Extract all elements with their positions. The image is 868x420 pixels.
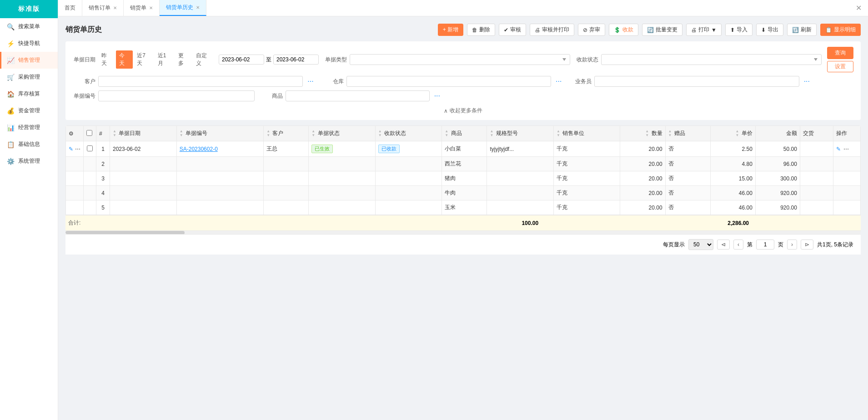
sidebar-item-search-menu[interactable]: 🔍 搜索菜单 <box>0 18 58 35</box>
col-spec[interactable]: ▲▼ 规格型号 <box>487 126 553 141</box>
row-action[interactable] <box>833 186 861 200</box>
tab-history[interactable]: 销货单历史 ✕ <box>160 0 206 16</box>
per-page-select[interactable]: 50 100 200 <box>688 239 713 250</box>
warehouse-dots[interactable]: ··· <box>554 77 563 85</box>
sidebar-item-basic-info[interactable]: 📋 基础信息 <box>0 136 58 153</box>
col-unit[interactable]: ▲▼ 销售单位 <box>553 126 620 141</box>
scrollbar-area[interactable] <box>65 230 861 234</box>
row-action[interactable] <box>833 171 861 186</box>
warehouse-input[interactable] <box>346 76 551 87</box>
date-tab-custom[interactable]: 自定义 <box>193 50 215 69</box>
refresh-button[interactable]: 🔃 刷新 <box>787 24 817 36</box>
sort-collectstatus-icon[interactable]: ▲▼ <box>378 130 382 137</box>
add-button[interactable]: + 新增 <box>438 24 463 36</box>
goods-input[interactable] <box>286 90 430 101</box>
close-sales-order-icon[interactable]: ✕ <box>113 5 117 10</box>
audit-button[interactable]: ✔ 审核 <box>499 24 526 36</box>
export-button[interactable]: ⬇ 导出 <box>756 24 783 36</box>
row-check[interactable] <box>84 157 96 171</box>
col-qty[interactable]: ▲▼ 数量 <box>620 126 665 141</box>
sidebar-item-sales-mgmt[interactable]: 📈 销售管理 <box>0 52 58 69</box>
date-tab-1month[interactable]: 近1月 <box>155 50 175 69</box>
row-check[interactable] <box>84 171 96 186</box>
abandon-button[interactable]: ⊘ 弃审 <box>578 24 605 36</box>
display-detail-button[interactable]: 📋 显示明细 <box>820 24 861 36</box>
sort-goods-icon[interactable]: ▲▼ <box>445 130 448 137</box>
date-tab-today[interactable]: 今天 <box>116 50 133 69</box>
batch-change-button[interactable]: 🔄 批量变更 <box>642 24 682 36</box>
row-docno-link[interactable]: SA-20230602-0 <box>180 146 218 152</box>
row-docno[interactable] <box>176 171 263 186</box>
salesman-input[interactable] <box>594 76 799 87</box>
row-docno[interactable] <box>176 157 263 171</box>
col-price[interactable]: ▲▼ 单价 <box>710 126 755 141</box>
query-button[interactable]: 查询 <box>827 47 853 59</box>
row-action-edit[interactable]: ✎ <box>836 146 841 152</box>
row-docno[interactable]: SA-20230602-0 <box>176 141 263 157</box>
sort-docstatus-icon[interactable]: ▲▼ <box>311 130 315 137</box>
date-tab-yesterday[interactable]: 昨天 <box>98 50 115 69</box>
col-date[interactable]: ▲▼ 单据日期 <box>110 126 177 141</box>
row-action[interactable]: ✎⋯ <box>833 141 861 157</box>
sort-docno-icon[interactable]: ▲▼ <box>180 130 183 137</box>
print-button[interactable]: 🖨 打印 ▼ <box>686 24 722 36</box>
sidebar-item-quick-nav[interactable]: ⚡ 快捷导航 <box>0 35 58 52</box>
sort-unit-icon[interactable]: ▲▼ <box>557 130 560 137</box>
col-gear[interactable]: ⚙ <box>66 126 84 141</box>
sort-spec-icon[interactable]: ▲▼ <box>490 130 493 137</box>
audit-print-button[interactable]: 🖨 审核并打印 <box>530 24 574 36</box>
tab-home[interactable]: 首页 <box>58 0 82 16</box>
docno-input[interactable] <box>98 90 255 101</box>
collect-button[interactable]: 💲 收款 <box>609 24 638 36</box>
date-from-input[interactable] <box>219 55 264 65</box>
sidebar-item-purchase-mgmt[interactable]: 🛒 采购管理 <box>0 69 58 85</box>
row-check[interactable] <box>84 186 96 200</box>
date-tab-more[interactable]: 更多 <box>175 50 192 69</box>
sidebar-item-inventory[interactable]: 🏠 库存核算 <box>0 85 58 102</box>
last-page-button[interactable]: ⊳ <box>801 240 813 250</box>
col-docno[interactable]: ▲▼ 单据编号 <box>176 126 263 141</box>
row-check[interactable] <box>84 141 96 157</box>
customer-input[interactable] <box>98 76 303 87</box>
date-to-input[interactable] <box>273 55 319 65</box>
row-action-more[interactable]: ⋯ <box>843 146 849 152</box>
sort-qty-icon[interactable]: ▲▼ <box>645 130 649 137</box>
row-action[interactable] <box>833 200 861 215</box>
row-more-icon[interactable]: ⋯ <box>75 146 80 152</box>
row-checkbox[interactable] <box>87 145 93 151</box>
sidebar-item-ops-mgmt[interactable]: 📊 经营管理 <box>0 119 58 136</box>
row-action[interactable] <box>833 157 861 171</box>
goods-dots[interactable]: ··· <box>432 92 442 100</box>
col-customer[interactable]: ▲▼ 客户 <box>264 126 309 141</box>
row-docno[interactable] <box>176 186 263 200</box>
salesman-dots[interactable]: ··· <box>802 77 812 85</box>
sort-price-icon[interactable]: ▲▼ <box>736 130 739 137</box>
import-button[interactable]: ⬆ 导入 <box>725 24 753 36</box>
row-check[interactable] <box>84 200 96 215</box>
row-docno[interactable] <box>176 200 263 215</box>
tab-sales-order[interactable]: 销售订单 ✕ <box>82 0 124 16</box>
row-edit-icon[interactable]: ✎ <box>69 146 73 152</box>
next-page-button[interactable]: › <box>787 240 797 250</box>
setting-button[interactable]: 设置 <box>827 61 853 72</box>
sort-gift-icon[interactable]: ▲▼ <box>668 130 672 137</box>
date-tab-7days[interactable]: 近7天 <box>134 50 154 69</box>
sort-customer-icon[interactable]: ▲▼ <box>266 130 270 137</box>
col-goods[interactable]: ▲▼ 商品 <box>442 126 487 141</box>
collect-status-select[interactable] <box>601 54 822 65</box>
prev-page-button[interactable]: ‹ <box>733 240 743 250</box>
select-all-checkbox[interactable] <box>86 130 92 136</box>
collapse-row[interactable]: ∧ 收起更多条件 <box>73 105 853 115</box>
first-page-button[interactable]: ⊲ <box>717 240 730 250</box>
tab-sales-delivery[interactable]: 销货单 ✕ <box>124 0 160 16</box>
close-sales-delivery-icon[interactable]: ✕ <box>149 5 153 10</box>
delete-button[interactable]: 🗑 删除 <box>467 24 495 36</box>
sort-date-icon[interactable]: ▲▼ <box>113 130 116 137</box>
doc-type-select[interactable] <box>350 54 570 65</box>
close-history-icon[interactable]: ✕ <box>196 5 200 10</box>
col-doc-status[interactable]: ▲▼ 单据状态 <box>309 126 375 141</box>
close-all-tabs-button[interactable]: ✕ <box>849 4 868 12</box>
col-gift[interactable]: ▲▼ 赠品 <box>665 126 710 141</box>
col-collect-status[interactable]: ▲▼ 收款状态 <box>375 126 442 141</box>
page-input[interactable] <box>756 240 774 250</box>
